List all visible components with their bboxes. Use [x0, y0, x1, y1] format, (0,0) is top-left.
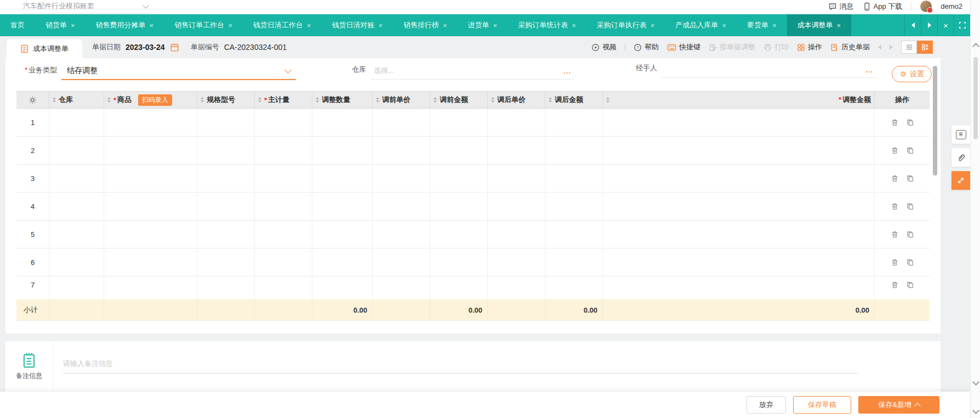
close-tab-icon[interactable]: × — [71, 21, 75, 30]
help-button[interactable]: ? 帮助 — [634, 42, 659, 52]
delete-row-icon[interactable] — [891, 281, 899, 289]
table-header-row: 仓库 *商品扫码录入 规格型号 *主计量 调整数量 调前单价 调前金额 调后单价… — [16, 92, 930, 109]
tab-finished-goods-in[interactable]: 产成品入库单× — [665, 14, 737, 36]
delete-row-icon[interactable] — [891, 118, 899, 127]
scroll-tabs-left-button[interactable] — [904, 14, 921, 36]
user-menu[interactable]: demo2 — [941, 2, 962, 10]
calendar-icon[interactable] — [170, 43, 179, 52]
copy-row-icon[interactable] — [906, 202, 914, 211]
scroll-down-icon[interactable] — [972, 407, 979, 414]
required-asterisk: * — [839, 95, 841, 104]
adjust-by-doc-button[interactable]: 按单据调整 — [709, 42, 755, 52]
tab-sales-expense[interactable]: 销售费用分摊单× — [86, 14, 164, 36]
copy-row-icon[interactable] — [906, 174, 914, 183]
expand-fullscreen-button[interactable] — [951, 171, 970, 190]
tab-requisition[interactable]: 要货单× — [737, 14, 787, 36]
sort-icon[interactable] — [434, 97, 437, 103]
copy-row-icon[interactable] — [906, 146, 914, 155]
close-tab-icon[interactable]: × — [572, 21, 576, 30]
hotkeys-button[interactable]: 快捷键 — [667, 42, 700, 52]
tab-po-execution[interactable]: 采购订单执行表× — [586, 14, 665, 36]
inner-scrollbar-thumb[interactable] — [933, 66, 937, 176]
ellipsis-picker-icon[interactable]: ... — [865, 66, 873, 74]
copy-row-icon[interactable] — [906, 230, 914, 239]
settings-button[interactable]: 设置 — [892, 66, 932, 82]
sort-icon[interactable] — [53, 97, 56, 103]
attachment-button[interactable] — [951, 148, 970, 167]
account-set-select[interactable]: 汽车配件行业模拟账套 — [22, 0, 153, 14]
delete-row-icon[interactable] — [891, 202, 899, 211]
close-tab-icon[interactable]: × — [722, 21, 726, 30]
document-tab-cost-adjustment[interactable]: 成本调整单 — [7, 39, 82, 58]
scan-entry-button[interactable]: 扫码录入 — [138, 94, 172, 106]
scroll-tabs-right-button[interactable] — [921, 14, 937, 36]
delete-row-icon[interactable] — [891, 174, 899, 183]
messages-button[interactable]: 消息 — [828, 2, 854, 12]
close-tab-icon[interactable]: × — [150, 21, 154, 30]
table-body: 1 2 3 4 5 6 7 — [16, 109, 930, 300]
fullscreen-button[interactable] — [954, 14, 970, 36]
delete-row-icon[interactable] — [891, 230, 899, 239]
column-settings-button[interactable] — [16, 92, 49, 108]
card-view-button[interactable] — [917, 41, 933, 54]
sort-icon[interactable] — [258, 97, 261, 103]
sort-icon[interactable] — [376, 97, 379, 103]
scrollbar-thumb[interactable] — [973, 57, 978, 139]
avatar[interactable] — [920, 1, 932, 12]
discard-button[interactable]: 放弃 — [747, 396, 786, 414]
remarks-input[interactable]: 请输入备注信息 — [53, 341, 941, 392]
subtotal-label: 小计 — [16, 300, 49, 320]
warehouse-select[interactable]: 选择... ... — [371, 63, 574, 80]
video-button[interactable]: 视频 — [591, 42, 617, 52]
prev-doc-button[interactable] — [878, 44, 881, 50]
close-all-tabs-button[interactable]: × — [937, 14, 954, 36]
tab-purchase-order[interactable]: 进货单× — [458, 14, 508, 36]
close-tab-icon[interactable]: × — [772, 21, 777, 30]
handler-input[interactable]: ... — [662, 63, 876, 78]
close-tab-icon[interactable]: × — [443, 21, 447, 30]
close-tab-icon[interactable]: × — [378, 21, 383, 30]
scroll-up-icon[interactable] — [972, 43, 979, 50]
copy-row-icon[interactable] — [906, 258, 914, 267]
page-scrollbar[interactable] — [970, 0, 980, 418]
sort-icon[interactable] — [316, 97, 319, 103]
close-tab-icon[interactable]: × — [493, 21, 498, 30]
tab-sales-workbench[interactable]: 销售订单工作台× — [164, 14, 243, 36]
close-tab-icon[interactable]: × — [837, 21, 841, 30]
close-tab-icon[interactable]: × — [228, 21, 232, 30]
history-docs-button[interactable]: 历史单据 — [830, 42, 870, 52]
tab-cash-reconcile[interactable]: 钱货日清对账× — [321, 14, 393, 36]
tab-sales-order[interactable]: 销货单× — [35, 14, 86, 36]
sort-icon[interactable] — [606, 97, 609, 103]
save-draft-button[interactable]: 保存草稿 — [793, 396, 851, 414]
print-button[interactable]: 打印 — [764, 42, 789, 52]
delete-row-icon[interactable] — [891, 258, 899, 267]
actions-button[interactable]: 操作 — [797, 42, 822, 52]
tab-cost-adjustment[interactable]: 成本调整单× — [787, 14, 852, 36]
biz-type-select[interactable]: 结存调整 — [61, 63, 296, 80]
tab-sales-ranking[interactable]: 销售排行榜× — [393, 14, 458, 36]
history-doc-icon — [830, 43, 839, 52]
app-download-button[interactable]: App 下载 — [863, 2, 903, 12]
scroll-down-icon[interactable] — [972, 379, 979, 386]
sort-icon[interactable] — [201, 97, 204, 103]
copy-row-icon[interactable] — [906, 281, 914, 289]
tab-home[interactable]: 首页 — [0, 14, 35, 36]
table-row: 6 — [16, 248, 930, 276]
next-doc-button[interactable] — [890, 44, 893, 50]
list-view-button[interactable] — [901, 41, 917, 54]
copy-row-icon[interactable] — [906, 118, 914, 127]
sort-icon[interactable] — [107, 97, 111, 103]
sort-icon[interactable] — [549, 97, 552, 103]
sort-icon[interactable] — [491, 97, 494, 103]
draft-box-button[interactable]: 草 — [951, 125, 970, 144]
ellipsis-picker-icon[interactable]: ... — [563, 67, 571, 75]
tab-po-stats[interactable]: 采购订单统计表× — [508, 14, 586, 36]
delete-row-icon[interactable] — [891, 146, 899, 155]
save-and-new-button[interactable]: 保存&新增 — [858, 396, 939, 414]
doc-date-value[interactable]: 2023-03-24 — [126, 43, 165, 52]
close-tab-icon[interactable]: × — [651, 21, 655, 30]
document-icon — [20, 44, 29, 53]
tab-cash-workbench[interactable]: 钱货日清工作台× — [243, 14, 322, 36]
close-tab-icon[interactable]: × — [307, 21, 311, 30]
